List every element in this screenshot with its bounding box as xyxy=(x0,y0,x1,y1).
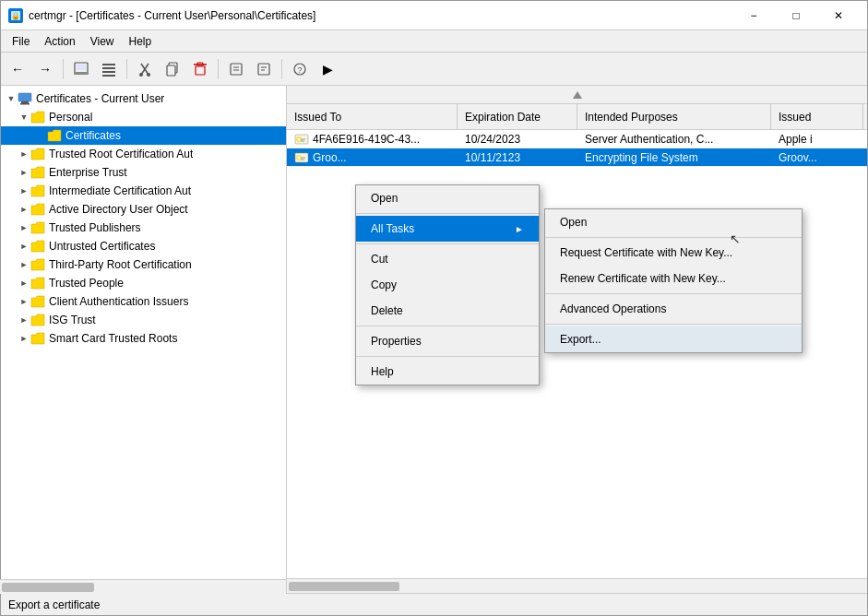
list-button[interactable] xyxy=(96,56,122,82)
tree-node-intermediate-ca-label: Intermediate Certification Aut xyxy=(49,184,191,197)
table-row[interactable]: 4FA6E916-419C-43... 10/24/2023 Server Au… xyxy=(287,130,867,148)
header-issued-by[interactable]: Issued xyxy=(771,104,863,129)
expand-trusted-people-icon: ► xyxy=(18,277,30,290)
expand-client-auth-icon: ► xyxy=(18,295,30,308)
header-purposes[interactable]: Intended Purposes xyxy=(577,104,771,129)
tree-node-trusted-root-label: Trusted Root Certification Aut xyxy=(49,148,193,160)
cert-icon-2 xyxy=(294,150,309,165)
svg-rect-21 xyxy=(258,64,269,75)
ctx-copy[interactable]: Copy xyxy=(356,272,539,298)
tree-node-enterprise[interactable]: ► Enterprise Trust xyxy=(1,163,286,182)
header-expiry[interactable]: Expiration Date xyxy=(458,104,577,129)
sub-request-new[interactable]: Request Certificate with New Key... xyxy=(545,240,802,266)
issued-to-value-2: Groo... xyxy=(313,151,347,164)
folder-trusted-people-icon xyxy=(30,276,45,290)
title-bar: 🔒 certmgr - [Certificates - Current User… xyxy=(1,1,867,30)
folder-personal-icon xyxy=(30,110,45,124)
ctx-help[interactable]: Help xyxy=(356,359,539,385)
header-issued-to[interactable]: Issued To xyxy=(287,104,458,129)
tree-node-trusted-people[interactable]: ► Trusted People xyxy=(1,274,286,292)
expand-smart-card-icon: ► xyxy=(18,332,30,345)
svg-rect-26 xyxy=(18,93,31,101)
tree-node-trusted-publishers[interactable]: ► Trusted Publishers xyxy=(1,219,286,237)
tree-node-ad-user-label: Active Directory User Object xyxy=(49,203,188,216)
tree-node-third-party-label: Third-Party Root Certification xyxy=(49,258,192,271)
svg-text:🔒: 🔒 xyxy=(11,11,20,20)
run-button[interactable]: ▶ xyxy=(315,56,340,82)
tree-node-isg-trust[interactable]: ► ISG Trust xyxy=(1,311,286,329)
sub-sep-2 xyxy=(545,293,802,294)
tree-node-trusted-root[interactable]: ► Trusted Root Certification Aut xyxy=(1,145,286,163)
sort-indicator xyxy=(287,86,867,104)
folder-enterprise-icon xyxy=(30,165,45,180)
sub-advanced[interactable]: Advanced Operations xyxy=(545,296,802,322)
tree-root[interactable]: ▼ Certificates - Current User xyxy=(1,89,286,108)
svg-text:?: ? xyxy=(297,65,302,75)
expand-certificates-icon xyxy=(34,129,47,142)
svg-rect-5 xyxy=(102,64,115,65)
ctx-all-tasks[interactable]: All Tasks ► xyxy=(356,216,539,242)
sub-open[interactable]: Open xyxy=(545,209,802,235)
maximize-button[interactable]: □ xyxy=(775,1,817,30)
cell-issued-by-2: Groov... xyxy=(771,151,863,164)
svg-point-12 xyxy=(147,73,150,77)
up-button[interactable] xyxy=(68,56,94,82)
tree-node-trusted-publishers-label: Trusted Publishers xyxy=(49,221,141,234)
expand-ad-user-icon: ► xyxy=(18,203,30,216)
svg-rect-18 xyxy=(231,64,242,75)
sub-sep-1 xyxy=(545,237,802,238)
menu-action[interactable]: Action xyxy=(37,30,82,52)
sub-export[interactable]: Export... xyxy=(545,326,802,352)
menu-bar: File Action View Help xyxy=(1,30,867,53)
cert-icon-1 xyxy=(294,132,309,147)
sub-renew-new[interactable]: Renew Certificate with New Key... xyxy=(545,266,802,291)
ctx-delete[interactable]: Delete xyxy=(356,298,539,324)
minimize-button[interactable]: − xyxy=(732,1,775,30)
folder-smart-card-icon xyxy=(30,331,45,346)
tree-node-smart-card[interactable]: ► Smart Card Trusted Roots xyxy=(1,329,286,348)
delete-button[interactable] xyxy=(187,56,213,82)
tree-node-untrusted-label: Untrusted Certificates xyxy=(49,240,155,253)
horizontal-scrollbar[interactable] xyxy=(287,578,867,593)
folder-ad-user-icon xyxy=(30,202,45,217)
cell-issued-to-2: Groo... xyxy=(287,150,458,165)
tree-node-untrusted[interactable]: ► Untrusted Certificates xyxy=(1,237,286,255)
tree-node-personal[interactable]: ▼ Personal xyxy=(1,108,286,126)
ctx-open[interactable]: Open xyxy=(356,185,539,211)
cell-expiry-1: 10/24/2023 xyxy=(458,133,577,146)
tree-node-third-party[interactable]: ► Third-Party Root Certification xyxy=(1,255,286,274)
export-button[interactable] xyxy=(251,56,277,82)
folder-client-auth-icon xyxy=(30,294,45,309)
expand-isg-trust-icon: ► xyxy=(18,314,30,326)
ctx-properties[interactable]: Properties xyxy=(356,328,539,354)
tree-node-certificates[interactable]: Certificates xyxy=(1,126,286,145)
list-header: Issued To Expiration Date Intended Purpo… xyxy=(287,104,867,130)
tree-node-intermediate-ca[interactable]: ► Intermediate Certification Aut xyxy=(1,182,286,200)
menu-view[interactable]: View xyxy=(83,30,122,52)
menu-file[interactable]: File xyxy=(5,30,37,52)
cut-button[interactable] xyxy=(132,56,158,82)
close-button[interactable]: ✕ xyxy=(817,1,860,30)
tree-root-label: Certificates - Current User xyxy=(36,92,164,105)
svg-rect-4 xyxy=(74,72,89,75)
menu-help[interactable]: Help xyxy=(122,30,160,52)
svg-rect-15 xyxy=(196,66,205,75)
scrollbar-thumb[interactable] xyxy=(289,582,399,591)
properties-button[interactable] xyxy=(223,56,249,82)
help-button[interactable]: ? xyxy=(287,56,313,82)
tree-scrollbar-thumb[interactable] xyxy=(2,583,94,592)
forward-button[interactable]: → xyxy=(32,56,58,82)
back-button[interactable]: ← xyxy=(5,56,30,82)
toolbar-separator-2 xyxy=(126,59,127,79)
tree-node-ad-user[interactable]: ► Active Directory User Object xyxy=(1,200,286,219)
ctx-cut[interactable]: Cut xyxy=(356,246,539,272)
copy-button[interactable] xyxy=(160,56,185,82)
tree-node-client-auth[interactable]: ► Client Authentication Issuers xyxy=(1,292,286,311)
svg-marker-29 xyxy=(573,91,582,99)
tree-scrollbar[interactable] xyxy=(0,579,286,594)
table-row[interactable]: Groo... 10/11/2123 Encrypting File Syste… xyxy=(287,148,867,167)
tree-node-trusted-people-label: Trusted People xyxy=(49,277,124,290)
toolbar: ← → ? ▶ xyxy=(1,53,867,86)
cell-purposes-2: Encrypting File System xyxy=(577,151,771,164)
folder-certificates-icon xyxy=(47,128,62,143)
